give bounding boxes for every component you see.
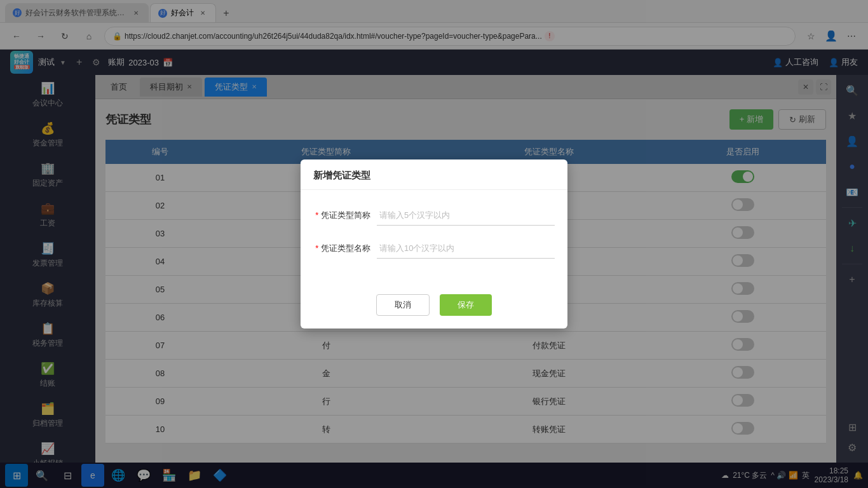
dialog-header: 新增凭证类型 <box>301 159 567 190</box>
dialog-body: 凭证类型简称 凭证类型名称 <box>301 190 567 287</box>
save-button[interactable]: 保存 <box>440 294 492 316</box>
name-label: 凭证类型名称 <box>313 243 377 254</box>
dialog-footer: 取消 保存 <box>301 287 567 329</box>
dialog-overlay: 新增凭证类型 凭证类型简称 凭证类型名称 取消 保存 <box>0 0 868 488</box>
dialog-title: 新增凭证类型 <box>313 170 370 180</box>
name-input[interactable] <box>377 238 555 259</box>
add-voucher-type-dialog: 新增凭证类型 凭证类型简称 凭证类型名称 取消 保存 <box>301 159 567 329</box>
abbr-label: 凭证类型简称 <box>313 210 377 221</box>
cancel-button[interactable]: 取消 <box>376 294 430 316</box>
form-row-name: 凭证类型名称 <box>313 238 555 259</box>
abbr-input[interactable] <box>377 205 555 226</box>
form-row-abbr: 凭证类型简称 <box>313 205 555 226</box>
